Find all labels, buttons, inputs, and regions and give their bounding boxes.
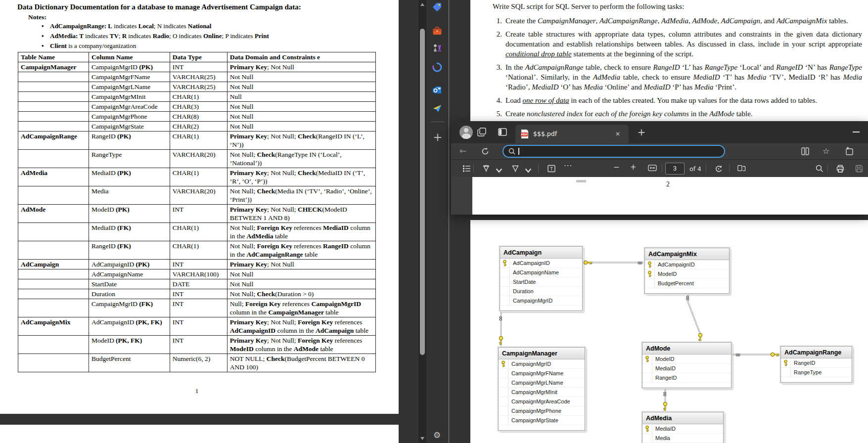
fit-width-icon[interactable] bbox=[648, 164, 657, 173]
chevron-down-icon[interactable] bbox=[495, 166, 503, 175]
dict-row: AdCampaignRangeRangeID (PK)CHAR(1)Primar… bbox=[18, 132, 376, 150]
entity-field: CampaignMgrLName bbox=[499, 378, 585, 388]
chess-icon[interactable] bbox=[432, 42, 443, 53]
rotate-icon[interactable] bbox=[714, 164, 723, 173]
dict-cell: AdCampaignRange bbox=[18, 132, 89, 150]
minimize-button[interactable] bbox=[853, 132, 860, 133]
tag-icon[interactable] bbox=[432, 1, 443, 12]
entity-field: StartDate bbox=[500, 277, 582, 287]
field-name: ModeID bbox=[655, 271, 677, 277]
tab-close-icon[interactable]: ✕ bbox=[614, 130, 622, 138]
dict-cell: CHAR(1) bbox=[170, 92, 227, 102]
dict-cell: INT bbox=[170, 336, 227, 354]
split-screen-icon[interactable] bbox=[800, 146, 810, 156]
dict-cell: CHAR(1) bbox=[170, 132, 227, 150]
dict-cell: CampaignMgrPhone bbox=[89, 112, 170, 122]
primary-key-icon bbox=[500, 259, 510, 267]
page-number-input[interactable] bbox=[665, 163, 685, 175]
screen: Data Dictionary Documentation for a data… bbox=[0, 0, 868, 443]
entity-field: Duration bbox=[500, 287, 582, 296]
chevron-down-icon[interactable] bbox=[524, 166, 533, 175]
avatar[interactable] bbox=[459, 126, 473, 139]
entity-title: AdCampaignRange bbox=[781, 347, 852, 358]
note-bullet: Client is a company/organization bbox=[42, 43, 358, 49]
workspaces-icon[interactable] bbox=[477, 127, 487, 137]
scrollbar-thumb[interactable] bbox=[420, 29, 425, 355]
entity-field: CampaignMgrMInit bbox=[499, 388, 585, 397]
primary-key-icon bbox=[645, 269, 655, 278]
page-artifact bbox=[576, 180, 586, 182]
task-item: 3.In the AdCampaignRange table, check to… bbox=[493, 62, 862, 92]
dict-cell: Primary Key; Not Null; Foreign Key refer… bbox=[227, 336, 375, 354]
dict-cell bbox=[18, 122, 89, 132]
entity-field: ModeID bbox=[642, 354, 731, 364]
task-item: 4.Load one row of data in each of the ta… bbox=[493, 95, 862, 105]
draw-pen-icon[interactable] bbox=[511, 164, 520, 173]
scroll-up-icon[interactable] bbox=[420, 3, 424, 6]
paper-plane-icon[interactable] bbox=[432, 103, 443, 114]
er-diagram-panel: ∞∞∞∞∞ AdCampaignAdCampaignIDAdCampaignNa… bbox=[470, 220, 868, 443]
dict-cell: INT bbox=[170, 62, 227, 72]
dict-cell: MediaID (PK) bbox=[89, 168, 170, 186]
entity-field: CampaignMgrPhone bbox=[499, 406, 585, 416]
outlook-icon[interactable] bbox=[432, 85, 443, 95]
print-icon[interactable] bbox=[836, 164, 845, 173]
save-icon[interactable] bbox=[855, 164, 864, 173]
dict-cell: VARCHAR(20) bbox=[170, 186, 227, 205]
field-gutter bbox=[499, 416, 508, 425]
dict-cell bbox=[18, 223, 89, 241]
find-icon[interactable] bbox=[815, 164, 824, 173]
contents-icon[interactable] bbox=[462, 164, 471, 173]
dict-cell: INT bbox=[170, 289, 227, 299]
field-name: CampaignMgrID bbox=[510, 298, 552, 304]
dict-cell bbox=[18, 82, 89, 92]
note-bullet: AdMedia: T indicates TV; R indicates Rad… bbox=[42, 33, 358, 40]
briefcase-icon[interactable] bbox=[432, 26, 443, 37]
entity-field: AdCampaignID bbox=[645, 260, 729, 269]
highlight-pen-icon[interactable] bbox=[482, 164, 491, 173]
loop-icon[interactable] bbox=[432, 62, 443, 73]
dict-cell: Not Null; Check(RangeType IN (‘Local’, ‘… bbox=[227, 150, 375, 168]
entity-field: CampaignMgrID bbox=[499, 359, 585, 369]
dict-cell bbox=[18, 269, 89, 279]
entity-title: AdMedia bbox=[642, 412, 723, 424]
vertical-tabs-icon[interactable] bbox=[498, 127, 507, 137]
tab-title: $$$.pdf bbox=[533, 130, 557, 137]
gear-icon[interactable]: ⚙ bbox=[433, 430, 441, 440]
dict-row: CampaignManagerCampaignMgrID (PK)INTPrim… bbox=[18, 62, 376, 72]
collections-icon[interactable] bbox=[844, 146, 854, 156]
dict-cell: VARCHAR(100) bbox=[170, 269, 227, 279]
dict-cell: Primary Key; Not Null; Check(MediaID IN … bbox=[227, 168, 375, 186]
scroll-down-icon[interactable] bbox=[420, 437, 424, 440]
dict-cell bbox=[18, 72, 89, 82]
dict-cell: Not Null bbox=[227, 72, 375, 82]
field-name: RangeID bbox=[791, 360, 815, 366]
address-box[interactable] bbox=[503, 145, 725, 158]
dict-column-header: Data Domain and Constraints e bbox=[227, 52, 375, 62]
dict-cell: Not Null bbox=[227, 269, 375, 279]
back-icon[interactable]: ← bbox=[459, 146, 466, 156]
more-icon[interactable]: ··· bbox=[564, 162, 572, 171]
favorites-icon[interactable]: ☆ bbox=[822, 146, 832, 156]
notes-label: Notes: bbox=[28, 13, 46, 21]
dict-cell: INT bbox=[170, 260, 227, 269]
new-tab-button[interactable]: + bbox=[636, 127, 647, 137]
dict-cell: DATE bbox=[170, 279, 227, 289]
text-box-icon[interactable]: T bbox=[547, 164, 556, 173]
tab-pdf[interactable]: PDF $$$.pdf ✕ bbox=[515, 125, 629, 143]
pdf-page-footer-number: 2 bbox=[666, 180, 670, 188]
dict-cell: Primary Key; Not Null; Foreign Key refer… bbox=[227, 317, 375, 336]
svg-text:∞: ∞ bbox=[637, 259, 643, 266]
sidebar-add-button[interactable]: + bbox=[432, 131, 443, 143]
zoom-in-button[interactable]: + bbox=[630, 163, 637, 172]
page-view-icon[interactable] bbox=[737, 164, 746, 173]
pdf-file-icon: PDF bbox=[521, 130, 529, 138]
zoom-out-button[interactable]: − bbox=[613, 163, 620, 172]
dict-cell: CHAR(1) bbox=[170, 223, 227, 241]
scrollbar[interactable] bbox=[418, 0, 426, 443]
dict-cell: CHAR(2) bbox=[170, 122, 227, 132]
entity-field: MediaID bbox=[642, 364, 731, 373]
dict-cell: AdCampaignID (PK, FK) bbox=[89, 317, 170, 336]
search-input[interactable] bbox=[519, 148, 707, 155]
refresh-icon[interactable] bbox=[481, 147, 490, 156]
